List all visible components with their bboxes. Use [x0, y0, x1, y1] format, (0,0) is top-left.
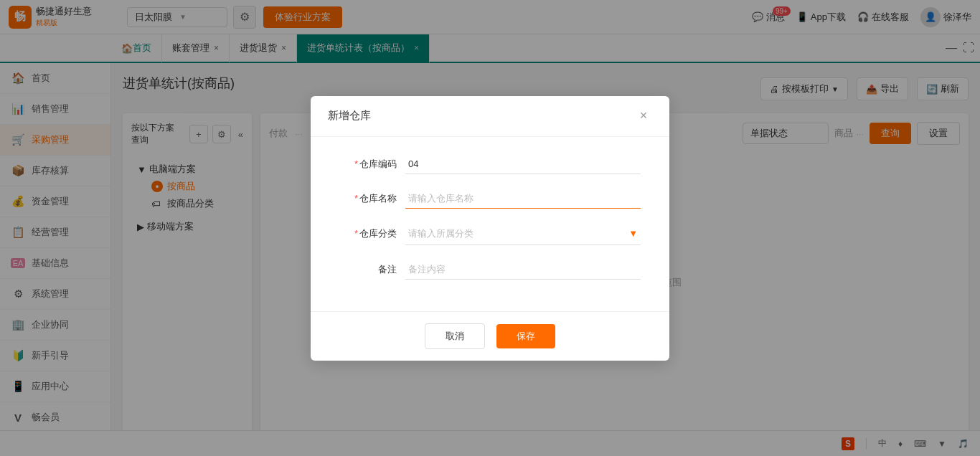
warehouse-note-input[interactable] — [405, 260, 641, 280]
modal-footer: 取消 保存 — [311, 311, 669, 361]
warehouse-name-input[interactable] — [405, 189, 641, 209]
modal-close-button[interactable]: × — [635, 108, 652, 125]
category-chevron-icon: ▼ — [628, 228, 638, 239]
category-placeholder: 请输入所属分类 — [408, 227, 473, 240]
modal-body: 仓库编码 仓库名称 仓库分类 请输入所属分类 ▼ 备注 — [311, 137, 669, 311]
cancel-button[interactable]: 取消 — [425, 323, 485, 349]
warehouse-note-label: 备注 — [339, 263, 397, 276]
modal-overlay: 新增仓库 × 仓库编码 仓库名称 仓库分类 请输入所属分类 ▼ — [0, 0, 980, 456]
warehouse-category-row: 仓库分类 请输入所属分类 ▼ — [339, 223, 641, 245]
warehouse-name-label: 仓库名称 — [339, 192, 397, 205]
save-button[interactable]: 保存 — [496, 324, 555, 348]
new-warehouse-modal: 新增仓库 × 仓库编码 仓库名称 仓库分类 请输入所属分类 ▼ — [311, 96, 669, 361]
warehouse-note-row: 备注 — [339, 260, 641, 280]
warehouse-category-select[interactable]: 请输入所属分类 ▼ — [405, 223, 641, 245]
warehouse-code-row: 仓库编码 — [339, 154, 641, 174]
warehouse-category-label: 仓库分类 — [339, 227, 397, 240]
warehouse-code-label: 仓库编码 — [339, 158, 397, 171]
warehouse-name-row: 仓库名称 — [339, 189, 641, 209]
modal-header: 新增仓库 × — [311, 96, 669, 137]
warehouse-code-input[interactable] — [405, 154, 641, 174]
modal-title: 新增仓库 — [328, 109, 371, 123]
